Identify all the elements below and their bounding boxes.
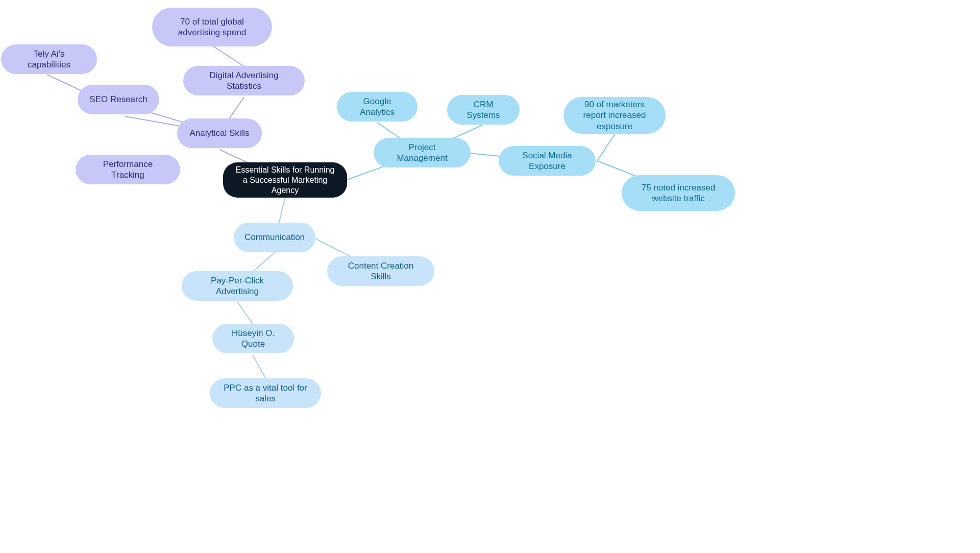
node-google-analytics[interactable]: Google Analytics bbox=[337, 92, 418, 122]
node-tely-capabilities[interactable]: Tely Ai's capabilities bbox=[1, 44, 97, 74]
node-ppc-sales-tool[interactable]: PPC as a vital tool for sales bbox=[210, 378, 321, 408]
node-label: Performance Tracking bbox=[86, 159, 170, 181]
svg-line-10 bbox=[597, 134, 615, 161]
node-label: 70 of total global advertising spend bbox=[162, 16, 262, 38]
node-label: Analytical Skills bbox=[189, 128, 249, 138]
node-seventy-global-spend[interactable]: 70 of total global advertising spend bbox=[152, 8, 272, 46]
node-ninety-marketers[interactable]: 90 of marketers report increased exposur… bbox=[564, 97, 666, 134]
node-label: CRM Systems bbox=[457, 99, 509, 121]
svg-line-15 bbox=[237, 302, 253, 324]
node-label: Project Management bbox=[384, 142, 460, 164]
node-root-label: Essential Skills for Running a Successfu… bbox=[233, 165, 337, 196]
node-analytical-skills[interactable]: Analytical Skills bbox=[177, 118, 262, 148]
node-social-media-exposure[interactable]: Social Media Exposure bbox=[499, 146, 596, 176]
node-label: 75 noted increased website traffic bbox=[632, 182, 725, 204]
node-digital-advertising-statistics[interactable]: Digital Advertising Statistics bbox=[183, 66, 305, 95]
node-label: Hüseyin O. Quote bbox=[223, 328, 284, 350]
node-seo-research[interactable]: SEO Research bbox=[78, 85, 159, 114]
node-performance-tracking[interactable]: Performance Tracking bbox=[76, 155, 180, 184]
node-label: Social Media Exposure bbox=[509, 150, 585, 172]
node-label: 90 of marketers report increased exposur… bbox=[574, 99, 655, 132]
node-label: Pay-Per-Click Advertising bbox=[192, 275, 283, 297]
svg-line-2 bbox=[213, 46, 244, 66]
node-label: Communication bbox=[244, 232, 305, 243]
node-label: Google Analytics bbox=[347, 96, 407, 118]
node-label: Content Creation Skills bbox=[337, 260, 424, 282]
node-project-management[interactable]: Project Management bbox=[374, 138, 471, 167]
node-seventy-five-traffic[interactable]: 75 noted increased website traffic bbox=[622, 175, 735, 211]
node-root[interactable]: Essential Skills for Running a Successfu… bbox=[223, 162, 347, 198]
node-communication[interactable]: Communication bbox=[234, 223, 315, 252]
edges-layer bbox=[0, 0, 980, 553]
node-label: Digital Advertising Statistics bbox=[193, 70, 295, 92]
node-ppc[interactable]: Pay-Per-Click Advertising bbox=[182, 271, 293, 301]
node-crm-systems[interactable]: CRM Systems bbox=[447, 95, 520, 125]
svg-line-16 bbox=[253, 355, 265, 378]
svg-line-5 bbox=[47, 75, 82, 91]
node-label: Tely Ai's capabilities bbox=[11, 49, 87, 70]
node-label: PPC as a vital tool for sales bbox=[220, 382, 311, 404]
node-huseyin-quote[interactable]: Hüseyin O. Quote bbox=[212, 324, 294, 353]
node-label: SEO Research bbox=[89, 94, 147, 105]
node-content-creation[interactable]: Content Creation Skills bbox=[327, 256, 434, 286]
